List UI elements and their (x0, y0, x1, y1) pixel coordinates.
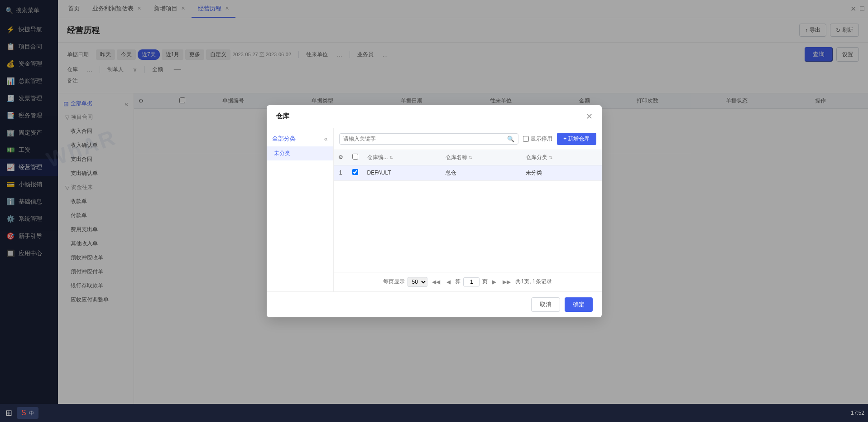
warehouse-modal: 仓库 ✕ 全部分类 « 未分类 🔍 显示停用 (267, 105, 602, 317)
modal-cancel-btn[interactable]: 取消 (531, 297, 560, 312)
modal-row-checkbox[interactable] (352, 169, 358, 175)
modal-row-name: 总仓 (441, 165, 521, 180)
modal-table-header: ⚙ 仓库编... ⇅ 仓库名称 ⇅ 仓库分类 (334, 150, 602, 165)
modal-select-all[interactable] (352, 154, 358, 160)
taskbar-time: 17:52 (851, 410, 864, 416)
modal-th-category-sort: ⇅ (549, 155, 552, 160)
modal-row-gear: 1 (334, 165, 348, 180)
modal-page-prefix: 算 (455, 278, 460, 286)
modal-th-name-label: 仓库名称 (446, 154, 467, 160)
taskbar: ⊞ S 中 17:52 (0, 404, 868, 422)
modal-th-name: 仓库名称 ⇅ (441, 150, 521, 165)
modal-header: 仓库 ✕ (267, 105, 602, 128)
modal-show-disabled: 显示停用 (523, 135, 552, 143)
modal-categories: 全部分类 « 未分类 (267, 128, 334, 291)
modal-body: 全部分类 « 未分类 🔍 显示停用 + 新增仓库 (267, 128, 602, 291)
modal-th-code-sort: ⇅ (389, 155, 393, 160)
modal-confirm-btn[interactable]: 确定 (565, 297, 593, 312)
modal-last-page-btn[interactable]: ▶▶ (501, 278, 513, 286)
modal-pagination: 每页显示 50 ◀◀ ◀ 算 页 ▶ ▶▶ 共1页, 1条记录 (334, 272, 602, 291)
modal-all-category-label[interactable]: 全部分类 (272, 135, 296, 143)
modal-next-page-btn[interactable]: ▶ (490, 278, 498, 286)
modal-page-input[interactable] (463, 277, 480, 286)
modal-cat-uncategorized[interactable]: 未分类 (267, 146, 333, 160)
modal-table: ⚙ 仓库编... ⇅ 仓库名称 ⇅ 仓库分类 (334, 150, 602, 181)
modal-row-check (348, 165, 363, 180)
modal-toolbar: 🔍 显示停用 + 新增仓库 (334, 128, 602, 150)
modal-add-warehouse-btn[interactable]: + 新增仓库 (557, 133, 596, 145)
modal-th-category: 仓库分类 ⇅ (521, 150, 602, 165)
modal-left-header: 全部分类 « (267, 133, 333, 146)
modal-title: 仓库 (276, 112, 289, 121)
modal-gear-icon: ⚙ (338, 154, 343, 160)
modal-th-code: 仓库编... ⇅ (363, 150, 441, 165)
modal-page-suffix: 页 (482, 278, 488, 286)
modal-th-name-sort: ⇅ (469, 155, 472, 160)
modal-first-page-btn[interactable]: ◀◀ (430, 278, 442, 286)
taskbar-app-1-label: 中 (29, 410, 34, 417)
taskbar-app-1-icon: S (21, 409, 26, 417)
modal-search-icon: 🔍 (507, 136, 514, 142)
taskbar-app-1[interactable]: S 中 (17, 407, 38, 419)
modal-footer: 取消 确定 (267, 291, 602, 317)
modal-collapse-btn[interactable]: « (324, 135, 328, 142)
modal-per-page-select[interactable]: 50 (408, 277, 427, 287)
modal-right: 🔍 显示停用 + 新增仓库 ⚙ 仓库编... (334, 128, 602, 291)
modal-row-category: 未分类 (521, 165, 602, 180)
modal-search-input[interactable] (343, 136, 505, 142)
modal-table-row[interactable]: 1 DEFAULT 总仓 未分类 (334, 165, 602, 180)
modal-show-disabled-label: 显示停用 (531, 135, 552, 143)
modal-show-disabled-checkbox[interactable] (523, 136, 529, 142)
taskbar-windows-icon[interactable]: ⊞ (4, 406, 14, 420)
modal-th-code-label: 仓库编... (367, 154, 388, 160)
modal-search-box: 🔍 (339, 133, 519, 145)
modal-table-wrap: ⚙ 仓库编... ⇅ 仓库名称 ⇅ 仓库分类 (334, 150, 602, 272)
modal-total-text: 共1页, 1条记录 (515, 278, 551, 286)
modal-prev-page-btn[interactable]: ◀ (445, 278, 452, 286)
modal-row-code: DEFAULT (363, 165, 441, 180)
modal-per-page-label: 每页显示 (383, 278, 405, 286)
modal-cat-uncategorized-label: 未分类 (274, 150, 290, 156)
modal-close-btn[interactable]: ✕ (586, 112, 593, 121)
modal-th-gear: ⚙ (334, 150, 348, 165)
modal-th-category-label: 仓库分类 (526, 154, 547, 160)
modal-th-check (348, 150, 363, 165)
modal-table-body: 1 DEFAULT 总仓 未分类 (334, 165, 602, 180)
